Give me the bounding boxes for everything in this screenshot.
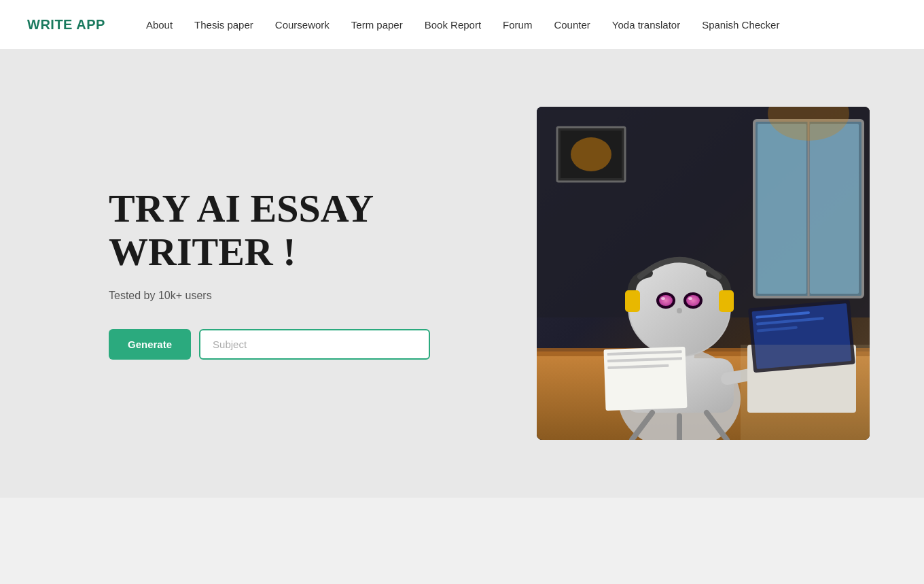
main-nav: AboutThesis paperCourseworkTerm paperBoo… — [146, 19, 780, 31]
svg-point-9 — [571, 137, 611, 171]
site-logo[interactable]: WRITE APP — [27, 17, 105, 33]
hero-robot-image — [537, 107, 870, 440]
generate-button[interactable]: Generate — [109, 329, 191, 360]
nav-item-term-paper[interactable]: Term paper — [351, 19, 403, 31]
svg-point-23 — [661, 297, 665, 300]
nav-item-spanish-checker[interactable]: Spanish Checker — [702, 19, 779, 31]
svg-rect-18 — [719, 290, 734, 312]
svg-rect-17 — [625, 290, 640, 312]
nav-item-thesis-paper[interactable]: Thesis paper — [194, 19, 253, 31]
svg-point-25 — [677, 308, 682, 313]
below-hero — [0, 498, 924, 584]
hero-subtitle: Tested by 10k+ users — [109, 290, 430, 302]
nav-item-forum[interactable]: Forum — [503, 19, 532, 31]
subject-input[interactable] — [199, 329, 430, 360]
site-header: WRITE APP AboutThesis paperCourseworkTer… — [0, 0, 924, 49]
nav-item-yoda-translator[interactable]: Yoda translator — [612, 19, 680, 31]
robot-illustration — [537, 107, 870, 440]
nav-item-coursework[interactable]: Coursework — [275, 19, 330, 31]
svg-rect-4 — [810, 124, 859, 294]
svg-rect-3 — [758, 124, 806, 294]
svg-point-22 — [686, 295, 700, 306]
hero-section: TRY AI ESSAY WRITER ! Tested by 10k+ use… — [0, 49, 924, 498]
svg-rect-41 — [741, 345, 870, 440]
hero-content: TRY AI ESSAY WRITER ! Tested by 10k+ use… — [109, 187, 430, 360]
hero-title: TRY AI ESSAY WRITER ! — [109, 187, 430, 274]
svg-rect-33 — [603, 347, 687, 411]
nav-item-counter[interactable]: Counter — [554, 19, 590, 31]
nav-item-about[interactable]: About — [146, 19, 173, 31]
svg-point-21 — [659, 295, 673, 306]
hero-form: Generate — [109, 329, 430, 360]
svg-point-24 — [688, 297, 692, 300]
nav-item-book-report[interactable]: Book Report — [425, 19, 481, 31]
